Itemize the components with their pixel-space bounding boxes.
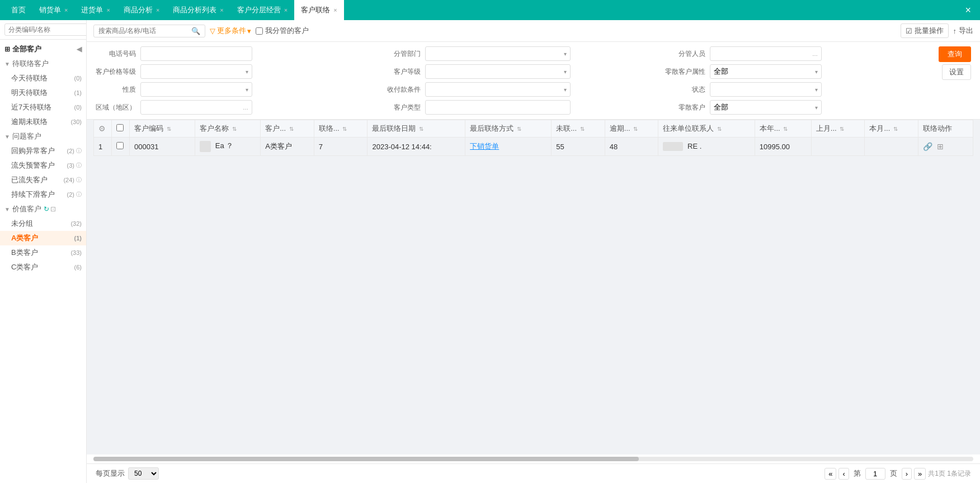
th-this-month[interactable]: 本月... ⇅ bbox=[865, 120, 918, 138]
sidebar-item-c-class[interactable]: C类客户 (6) bbox=[0, 260, 86, 274]
sidebar-value-group[interactable]: ▼ 价值客户 ↻ ⊡ bbox=[0, 202, 86, 216]
th-action: 联络动作 bbox=[918, 120, 973, 138]
sidebar-item-7day-pending[interactable]: 近7天待联络 (0) bbox=[0, 100, 86, 115]
select-all-checkbox[interactable] bbox=[116, 124, 124, 131]
filter-pay-method-select[interactable]: ▾ bbox=[425, 82, 571, 97]
th-name[interactable]: 客户名称 ⇅ bbox=[195, 120, 261, 138]
sidebar-item-ungrouped[interactable]: 未分组 (32) bbox=[0, 216, 86, 231]
pending-arrow-icon: ▼ bbox=[4, 61, 10, 67]
th-code[interactable]: 客户编码 ⇅ bbox=[130, 120, 195, 138]
close-product-analysis-list-icon[interactable]: × bbox=[220, 7, 223, 13]
nature-dropdown-icon: ▾ bbox=[246, 87, 248, 93]
tab-sales-order[interactable]: 销货单 × bbox=[32, 0, 74, 20]
close-purchase-order-icon[interactable]: × bbox=[106, 7, 110, 13]
th-this-year[interactable]: 本年... ⇅ bbox=[755, 120, 811, 138]
close-sales-order-icon[interactable]: × bbox=[64, 7, 68, 13]
contact-link-icon[interactable]: 🔗 bbox=[923, 142, 932, 151]
row-checkbox[interactable] bbox=[116, 142, 124, 149]
filter-retail-attr-select[interactable]: 全部 ▾ bbox=[710, 64, 822, 79]
close-product-analysis-icon[interactable]: × bbox=[156, 7, 159, 13]
filter-dept-select[interactable]: ▾ bbox=[425, 46, 571, 61]
filter-customer-type-select[interactable] bbox=[425, 100, 571, 115]
th-uncontacted[interactable]: 未联... ⇅ bbox=[552, 120, 605, 138]
filter-customer-type-field: 客户类型 bbox=[380, 100, 647, 115]
td-level: A类客户 bbox=[261, 138, 314, 156]
filter-status-select[interactable]: ▾ bbox=[710, 82, 822, 97]
page-total: 共1页 1条记录 bbox=[928, 469, 971, 479]
filter-level-field: 客户等级 ▾ bbox=[380, 64, 647, 79]
filter-level-select[interactable]: ▾ bbox=[425, 64, 571, 79]
th-last-contact-method[interactable]: 最后联络方式 ⇅ bbox=[465, 120, 552, 138]
last-contact-method-link[interactable]: 下销货单 bbox=[470, 142, 499, 150]
th-overdue[interactable]: 逾期... ⇅ bbox=[605, 120, 658, 138]
sidebar-item-tomorrow-pending[interactable]: 明天待联络 (1) bbox=[0, 86, 86, 100]
page-size-select[interactable]: 10 20 50 100 bbox=[128, 467, 159, 480]
this-year-sort-icon: ⇅ bbox=[783, 126, 788, 132]
tab-product-analysis-list[interactable]: 商品分析列表 × bbox=[166, 0, 230, 20]
filter-retail-customer-select[interactable]: 全部 ▾ bbox=[710, 100, 822, 115]
next-page-button[interactable]: › bbox=[902, 468, 912, 480]
value-group-refresh-icon[interactable]: ↻ bbox=[44, 205, 49, 213]
tab-home[interactable]: 首页 bbox=[4, 0, 32, 20]
page-label: 第 bbox=[854, 468, 861, 479]
sidebar-problem-group[interactable]: ▼ 问题客户 bbox=[0, 129, 86, 144]
filter-search-input[interactable] bbox=[98, 27, 191, 35]
sidebar-item-churn-warning[interactable]: 流失预警客户 (3) ⓘ bbox=[0, 158, 86, 173]
sidebar-pending-group[interactable]: ▼ 待联络客户 bbox=[0, 56, 86, 71]
level-dropdown-icon: ▾ bbox=[564, 69, 567, 75]
close-all-button[interactable]: × bbox=[960, 4, 976, 16]
export-button[interactable]: ↑ 导出 bbox=[953, 26, 974, 36]
prev-page-button[interactable]: ‹ bbox=[838, 468, 849, 480]
my-customers-checkbox[interactable] bbox=[256, 27, 263, 35]
sidebar-collapse-icon[interactable]: ◀ bbox=[77, 45, 82, 53]
th-contact-count[interactable]: 联络... ⇅ bbox=[314, 120, 368, 138]
scroll-thumb[interactable] bbox=[93, 457, 639, 461]
sidebar-item-declining[interactable]: 持续下滑客户 (2) ⓘ bbox=[0, 187, 86, 202]
page-number-input[interactable] bbox=[865, 468, 885, 480]
td-unit-contact: RE . bbox=[658, 138, 755, 156]
filter-price-level-field: 客户价格等级 ▾ bbox=[96, 64, 362, 79]
tab-purchase-order[interactable]: 进货单 × bbox=[74, 0, 116, 20]
page-size-selector: 每页显示 10 20 50 100 bbox=[96, 467, 159, 480]
table-settings-icon[interactable]: ⚙ bbox=[98, 124, 106, 133]
unit-contact-sort-icon: ⇅ bbox=[717, 126, 722, 132]
th-last-month[interactable]: 上月... ⇅ bbox=[811, 120, 865, 138]
sidebar-all-customers-header[interactable]: ⊞ 全部客户 ◀ bbox=[0, 40, 86, 56]
problem-arrow-icon: ▼ bbox=[4, 134, 10, 140]
tab-customer-segmentation[interactable]: 客户分层经营 × bbox=[230, 0, 294, 20]
close-customer-seg-icon[interactable]: × bbox=[284, 7, 288, 13]
batch-ops-button[interactable]: ☑ 批量操作 bbox=[901, 23, 949, 38]
filter-more-button[interactable]: ▽ 更多条件 ▾ bbox=[210, 26, 251, 36]
content-area: 🔍 ▽ 更多条件 ▾ 我分管的客户 ☑ 批量操作 ↑ 导出 bbox=[87, 20, 980, 483]
filter-price-level-select[interactable]: ▾ bbox=[140, 64, 252, 79]
sidebar-search-input[interactable] bbox=[4, 23, 87, 36]
contact-grid-icon[interactable]: ⊞ bbox=[937, 142, 944, 151]
filter-search-icon[interactable]: 🔍 bbox=[191, 27, 200, 35]
th-unit-contact[interactable]: 往来单位联系人 ⇅ bbox=[658, 120, 755, 138]
last-page-button[interactable]: » bbox=[914, 468, 926, 480]
sidebar-item-overdue-pending[interactable]: 逾期未联络 (30) bbox=[0, 115, 86, 129]
sidebar-item-repurchase-abnormal[interactable]: 回购异常客户 (2) ⓘ bbox=[0, 144, 86, 158]
tab-product-analysis[interactable]: 商品分析 × bbox=[117, 0, 166, 20]
advanced-filter: 电话号码 分管部门 ▾ 分管人员 bbox=[87, 42, 980, 120]
first-page-button[interactable]: « bbox=[824, 468, 836, 480]
filter-row-4: 区域（地区） … 客户类型 bbox=[96, 100, 932, 115]
sidebar-item-a-class[interactable]: A类客户 (1) bbox=[0, 231, 86, 245]
sidebar-item-today-pending[interactable]: 今天待联络 (0) bbox=[0, 71, 86, 86]
close-customer-contact-icon[interactable]: × bbox=[333, 7, 337, 13]
filter-region-select[interactable]: … bbox=[140, 100, 252, 115]
td-no: 1 bbox=[94, 138, 112, 156]
value-group-settings-icon[interactable]: ⊡ bbox=[50, 205, 56, 213]
settings-button[interactable]: 设置 bbox=[942, 64, 971, 80]
sidebar-item-b-class[interactable]: B类客户 (33) bbox=[0, 245, 86, 260]
horizontal-scrollbar[interactable] bbox=[93, 457, 973, 461]
query-button[interactable]: 查询 bbox=[939, 46, 971, 62]
filter-person-select[interactable]: … bbox=[710, 46, 822, 61]
th-last-contact-date[interactable]: 最后联络日期 ⇅ bbox=[368, 120, 465, 138]
tab-customer-contact[interactable]: 客户联络 × bbox=[294, 0, 343, 20]
th-level[interactable]: 客户... ⇅ bbox=[261, 120, 314, 138]
filter-nature-select[interactable]: ▾ bbox=[140, 82, 252, 97]
filter-phone-input[interactable] bbox=[140, 46, 252, 61]
td-contact-count: 7 bbox=[314, 138, 368, 156]
sidebar-item-churned[interactable]: 已流失客户 (24) ⓘ bbox=[0, 173, 86, 187]
